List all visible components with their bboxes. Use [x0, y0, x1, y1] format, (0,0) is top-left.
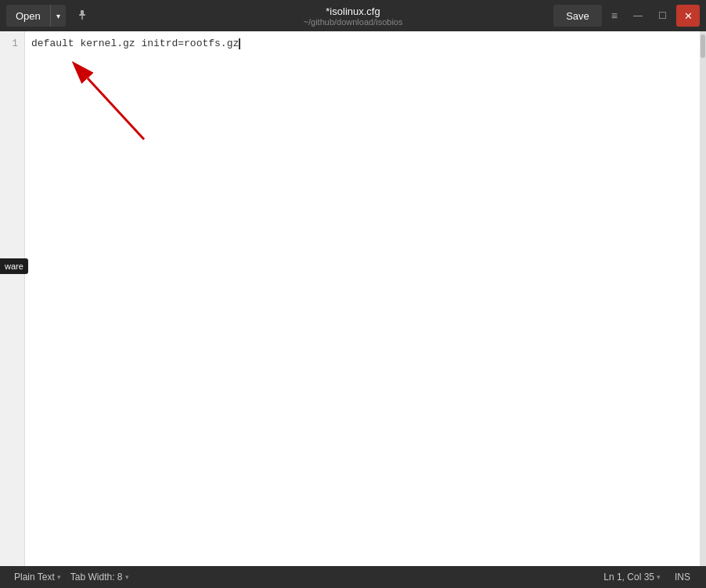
line-1-text: default kernel.gz initrd=rootfs.gz	[31, 36, 239, 52]
tab-width-dropdown-arrow: ▾	[125, 573, 129, 581]
open-dropdown-button[interactable]: ▾	[50, 5, 66, 27]
close-button[interactable]: ✕	[676, 5, 700, 27]
tab-width-selector[interactable]: Tab Width: 8 ▾	[66, 566, 134, 588]
open-button[interactable]: Open	[6, 5, 50, 27]
pin-button[interactable]	[70, 5, 94, 27]
titlebar: Open ▾ *isolinux.cfg ~/github/download/i…	[0, 0, 706, 31]
save-button[interactable]: Save	[553, 5, 602, 27]
statusbar-right: Ln 1, Col 35 ▾ INS	[599, 572, 697, 583]
minimize-button[interactable]: —	[627, 5, 649, 27]
menu-icon: ≡	[611, 9, 618, 22]
menu-button[interactable]: ≡	[605, 5, 624, 27]
left-panel-tab[interactable]: ware	[0, 258, 28, 274]
title-filename: *isolinux.cfg	[304, 5, 403, 17]
editor-line-1: default kernel.gz initrd=rootfs.gz	[31, 36, 700, 52]
minimize-icon: —	[633, 10, 643, 21]
editor-area: ware 1 default kernel.gz initrd=rootfs.g…	[0, 31, 706, 566]
ins-mode-badge: INS	[668, 572, 697, 583]
arrow-annotation	[66, 61, 167, 155]
titlebar-right: Save ≡ — ☐ ✕	[553, 5, 700, 27]
line-number-1: 1	[6, 36, 18, 52]
chevron-down-icon: ▾	[56, 12, 60, 20]
editor-content[interactable]: default kernel.gz initrd=rootfs.gz	[25, 31, 706, 566]
line-numbers: 1	[0, 31, 25, 566]
scrollbar-thumb[interactable]	[701, 34, 705, 58]
titlebar-left: Open ▾	[6, 5, 94, 27]
pin-icon	[77, 9, 88, 20]
svg-line-4	[88, 78, 144, 139]
statusbar: Plain Text ▾ Tab Width: 8 ▾ Ln 1, Col 35…	[0, 566, 706, 588]
titlebar-center: *isolinux.cfg ~/github/download/isobios	[304, 5, 403, 27]
position-label: Ln 1, Col 35	[603, 572, 654, 583]
title-filepath: ~/github/download/isobios	[304, 17, 403, 27]
text-cursor	[239, 38, 240, 49]
scrollbar-track[interactable]	[700, 31, 706, 566]
maximize-button[interactable]: ☐	[652, 5, 673, 27]
position-dropdown-arrow: ▾	[657, 573, 661, 581]
cursor-position[interactable]: Ln 1, Col 35 ▾	[599, 572, 665, 583]
close-icon: ✕	[684, 10, 693, 22]
plain-text-label: Plain Text	[14, 572, 55, 583]
plain-text-selector[interactable]: Plain Text ▾	[9, 566, 66, 588]
maximize-icon: ☐	[658, 10, 667, 21]
tab-width-label: Tab Width: 8	[70, 572, 123, 583]
svg-rect-1	[79, 14, 85, 16]
plain-text-dropdown-arrow: ▾	[57, 573, 61, 581]
